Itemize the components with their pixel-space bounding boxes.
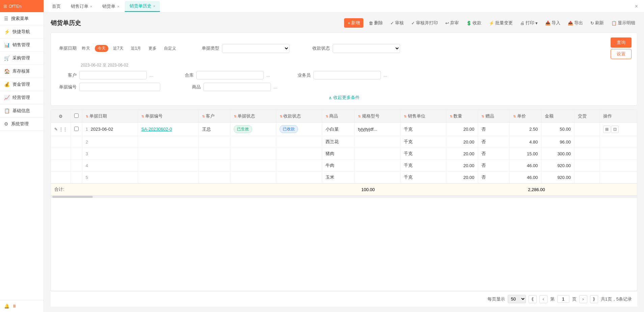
filter-warehouse-input[interactable] [196, 71, 264, 79]
sidebar-item-quick-nav[interactable]: ⚡ 快捷导航 [0, 25, 44, 38]
current-page-input[interactable] [557, 295, 569, 303]
filter-salesperson-group: 业务员 ... [290, 71, 387, 79]
date-btn-custom[interactable]: 自定义 [161, 45, 179, 52]
table-row: 2西兰花千克20.00否4.8096.00 [51, 136, 637, 148]
col-doc-status[interactable]: ⇅ 单据状态 [230, 110, 276, 123]
import-button[interactable]: 📥 导入 [543, 19, 562, 27]
delete-button[interactable]: 🗑 删除 [367, 19, 385, 27]
sidebar-item-label: 销售管理 [12, 42, 30, 48]
last-page-button[interactable]: ⟫ [590, 295, 598, 303]
scroll-thumb[interactable] [52, 196, 93, 198]
pause-icon[interactable]: ⏸ [12, 304, 17, 309]
col-sales-unit[interactable]: ⇅ 销售单位 [400, 110, 446, 123]
audit-print-label: 审核并打印 [416, 20, 438, 26]
sidebar-item-basic-info[interactable]: 📋 基础信息 [0, 104, 44, 118]
audit-print-button[interactable]: ✓ 审核并打印 [409, 19, 440, 27]
row-edit-icon[interactable]: ✎ [54, 127, 58, 132]
payment-status-badge: 已收款 [280, 125, 298, 133]
query-button[interactable]: 查询 [611, 37, 632, 48]
tab-sales-delivery-close[interactable]: × [117, 4, 119, 8]
date-btn-yesterday[interactable]: 昨天 [79, 45, 93, 52]
add-button[interactable]: + 新增 [344, 18, 363, 28]
sidebar-item-sales-mgmt[interactable]: 📊 销售管理 [0, 38, 44, 52]
collect-button[interactable]: 💲 收款 [464, 19, 483, 27]
col-operation: 操作 [600, 110, 637, 123]
collapse-filter-btn[interactable]: ∧ 收起更多条件 [56, 95, 632, 101]
customer-picker-btn[interactable]: ... [149, 73, 153, 78]
row-more-icon[interactable]: ⋮⋮ [59, 127, 67, 132]
ops-icon: 📈 [4, 95, 10, 100]
print-button[interactable]: 🖨 打印 ▾ [518, 19, 540, 27]
tab-sales-history[interactable]: 销货单历史 × [125, 1, 160, 12]
set-button[interactable]: 设置 [611, 49, 632, 59]
sidebar-item-search-menu[interactable]: ☰ 搜索菜单 [0, 12, 44, 25]
doc-num-link[interactable]: SA-20230602-0 [141, 127, 172, 132]
col-doc-date[interactable]: ⇅ 单据日期 [82, 110, 138, 123]
refresh-button[interactable]: ↻ 刷新 [588, 19, 606, 27]
goods-picker-btn[interactable]: ... [274, 84, 277, 89]
col-customer[interactable]: ⇅ 客户 [198, 110, 230, 123]
sidebar-bottom: 🔔 ⏸ [0, 300, 44, 312]
sidebar-item-finance[interactable]: 💰 资金管理 [0, 78, 44, 91]
cell-doc-num [138, 136, 198, 148]
filter-docnum-input[interactable] [79, 83, 160, 91]
cell-amount: 50.00 [541, 123, 575, 136]
table-row: 3猪肉千克20.00否15.00300.00 [51, 148, 637, 160]
col-doc-num[interactable]: ⇅ 单据编号 [138, 110, 198, 123]
date-btn-today[interactable]: 今天 [95, 45, 108, 52]
col-unit-price[interactable]: ⇅ 单价 [510, 110, 541, 123]
sidebar-item-inventory[interactable]: 🏠 库存核算 [0, 65, 44, 78]
salesperson-picker-btn[interactable]: ... [384, 73, 387, 78]
sidebar-item-sys-mgmt[interactable]: ⚙ 系统管理 [0, 118, 44, 131]
cell-customer: 王总 [198, 123, 230, 136]
export-label: 导出 [574, 20, 583, 26]
tab-sales-order[interactable]: 销售订单 × [66, 1, 97, 11]
col-quantity[interactable]: ⇅ 数量 [446, 110, 478, 123]
tab-home[interactable]: 首页 [47, 1, 65, 11]
prev-page-button[interactable]: ‹ [539, 295, 548, 303]
col-checkbox [71, 110, 82, 123]
col-payment-status[interactable]: ⇅ 收款状态 [276, 110, 322, 123]
sidebar-item-ops[interactable]: 📈 经营管理 [0, 91, 44, 104]
horizontal-scrollbar[interactable] [51, 195, 637, 198]
add-label: 新增 [351, 20, 360, 26]
batch-change-button[interactable]: ⚡ 批量变更 [487, 19, 515, 27]
next-page-button[interactable]: › [579, 295, 587, 303]
filter-doctype-select[interactable] [222, 44, 289, 53]
date-btn-1month[interactable]: 近1月 [128, 45, 144, 52]
warehouse-picker-btn[interactable]: ... [267, 73, 270, 78]
finance-icon: 💰 [4, 82, 10, 87]
col-goods[interactable]: ⇅ 商品 [322, 110, 354, 123]
close-all-tabs-button[interactable]: × [632, 3, 641, 9]
cell-doc-date: 3 [82, 148, 138, 160]
notification-icon[interactable]: 🔔 [4, 304, 9, 309]
col-settings[interactable]: ⚙ [51, 110, 71, 123]
filter-row-2: 客户 ... 合库 ... 业务员 ... [56, 71, 632, 79]
date-btn-7days[interactable]: 近7天 [110, 45, 126, 52]
footer-spacer2 [559, 187, 634, 192]
filter-customer-input[interactable] [79, 71, 147, 79]
sidebar-item-purchase-mgmt[interactable]: 🛒 采购管理 [0, 52, 44, 65]
tab-sales-delivery[interactable]: 销货单 × [97, 1, 124, 11]
filter-goods-input[interactable] [203, 83, 271, 91]
abandon-button[interactable]: ↩ 弃审 [443, 19, 461, 27]
tab-sales-order-close[interactable]: × [90, 4, 92, 8]
row-view-btn[interactable]: ⊞ [603, 126, 611, 133]
audit-print-icon: ✓ [411, 21, 415, 26]
filter-payment-select[interactable] [333, 44, 400, 53]
select-all-checkbox[interactable] [74, 113, 79, 118]
first-page-button[interactable]: ⟪ [529, 295, 537, 303]
show-detail-button[interactable]: 📋 显示明细 [609, 19, 637, 27]
row-copy-btn[interactable]: ⊡ [611, 126, 619, 133]
export-button[interactable]: 📤 导出 [566, 19, 585, 27]
audit-button[interactable]: ✓ 审核 [388, 19, 406, 27]
row-checkbox[interactable] [74, 127, 79, 131]
tab-home-label: 首页 [52, 3, 61, 9]
sort-icon: ⇅ [481, 114, 484, 118]
filter-salesperson-input[interactable] [313, 71, 381, 79]
tab-sales-history-close[interactable]: × [153, 4, 155, 8]
page-size-select[interactable]: 50 10 20 100 [508, 295, 526, 303]
col-spec-type[interactable]: ⇅ 规格型号 [355, 110, 400, 123]
date-btn-more[interactable]: 更多 [146, 45, 159, 52]
col-gift[interactable]: ⇅ 赠品 [478, 110, 510, 123]
